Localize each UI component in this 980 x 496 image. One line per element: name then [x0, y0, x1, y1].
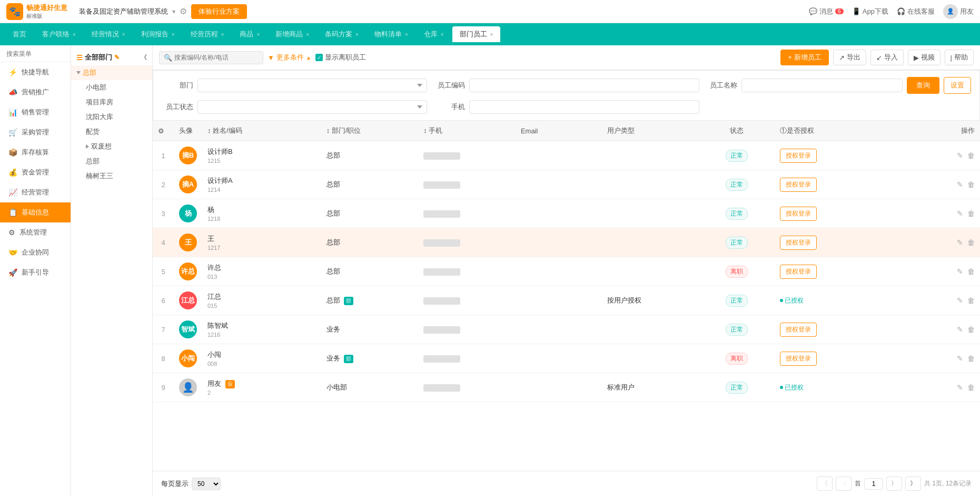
trial-button[interactable]: 体验行业方案 [191, 4, 247, 19]
dept-item-总部[interactable]: 总部 [71, 65, 152, 80]
dept-item-小电部[interactable]: 小电部 [71, 80, 152, 95]
sidebar-item-新手引导[interactable]: 🚀新手引导 [0, 262, 71, 283]
edit-icon[interactable]: ✎ [957, 238, 963, 247]
gear-icon[interactable]: ⚙ [180, 6, 187, 16]
search-button[interactable]: 查询 [907, 77, 939, 94]
edit-icon[interactable]: ✎ [957, 151, 963, 160]
auth-btn[interactable]: 授权登录 [780, 265, 817, 279]
close-tab-icon[interactable]: × [256, 32, 260, 37]
close-tab-icon[interactable]: × [122, 32, 125, 37]
delete-icon[interactable]: 🗑 [967, 180, 975, 189]
nav-tab-商品[interactable]: 商品× [232, 26, 267, 42]
nav-tab-利润报告[interactable]: 利润报告× [134, 26, 182, 42]
nav-tab-物料清单[interactable]: 物料清单× [367, 26, 415, 42]
sidebar-item-快捷导航[interactable]: ⚡快捷导航 [0, 62, 71, 82]
sidebar-search-input[interactable] [6, 50, 71, 57]
close-tab-icon[interactable]: × [306, 32, 309, 37]
nav-tab-仓库[interactable]: 仓库× [417, 26, 451, 42]
auth-btn[interactable]: 授权登录 [780, 207, 817, 221]
delete-icon[interactable]: 🗑 [967, 209, 975, 218]
edit-icon[interactable]: ✎ [957, 267, 963, 276]
edit-icon[interactable]: ✎ [957, 209, 963, 218]
dept-item-项目库房[interactable]: 项目库房 [71, 95, 152, 110]
page-size-select[interactable]: 50 100 [192, 478, 221, 490]
next-page-btn[interactable]: 〉 [886, 476, 902, 491]
sidebar-item-基础信息[interactable]: 📋基础信息 [0, 202, 71, 222]
help-button[interactable]: | 帮助 [945, 50, 974, 65]
prev-page-btn[interactable]: 〈 [836, 476, 852, 491]
search-input[interactable] [174, 54, 259, 61]
sys-dropdown-icon[interactable]: ▾ [172, 8, 175, 15]
dept-item-总部[interactable]: 总部 [71, 154, 152, 169]
export-button[interactable]: ↗ 导出 [833, 50, 866, 65]
delete-icon[interactable]: 🗑 [967, 383, 975, 392]
show-resigned-toggle[interactable]: ✓ 显示离职员工 [315, 53, 366, 62]
sidebar-item-企业协同[interactable]: 🤝企业协同 [0, 242, 71, 262]
delete-icon[interactable]: 🗑 [967, 151, 975, 160]
th-dept[interactable]: ↕ 部门/职位 [321, 121, 419, 141]
dept-item-楠树王三[interactable]: 楠树王三 [71, 169, 152, 183]
user-action[interactable]: 👤 用友 [943, 4, 974, 19]
more-filter-btn[interactable]: ▼ 更多条件 ▲ [268, 53, 311, 62]
delete-icon[interactable]: 🗑 [967, 267, 975, 276]
close-tab-icon[interactable]: × [221, 32, 224, 37]
setting-button[interactable]: 设置 [944, 77, 971, 94]
delete-icon[interactable]: 🗑 [967, 325, 975, 334]
edit-icon[interactable]: ✎ [957, 296, 963, 305]
auth-btn[interactable]: 授权登录 [780, 178, 817, 192]
sidebar-item-营销推广[interactable]: 📣营销推广 [0, 82, 71, 102]
nav-tab-客户联络[interactable]: 客户联络× [35, 26, 83, 42]
edit-icon[interactable]: ✎ [957, 354, 963, 363]
edit-icon[interactable]: ✎ [957, 325, 963, 334]
th-setting[interactable]: ⚙ [153, 121, 174, 141]
close-tab-icon[interactable]: × [172, 32, 175, 37]
sidebar-item-系统管理[interactable]: ⚙系统管理 [0, 222, 71, 242]
edit-icon[interactable]: ✎ [957, 383, 963, 392]
page-input[interactable] [864, 478, 883, 490]
search-wrap[interactable]: 🔍 [159, 51, 263, 64]
close-tab-icon[interactable]: × [405, 32, 408, 37]
online-service-action[interactable]: 🎧 在线客服 [897, 7, 935, 16]
th-name[interactable]: ↕ 姓名/编码 [202, 121, 321, 141]
dept-all-label[interactable]: 全部部门 [85, 53, 112, 62]
view-button[interactable]: ▶ 视频 [908, 50, 941, 65]
sidebar-item-经营管理[interactable]: 📈经营管理 [0, 182, 71, 202]
delete-icon[interactable]: 🗑 [967, 296, 975, 305]
sidebar-item-采购管理[interactable]: 🛒采购管理 [0, 122, 71, 142]
filter-empname-input[interactable] [741, 79, 903, 92]
auth-btn[interactable]: 授权登录 [780, 352, 817, 366]
nav-tab-首页[interactable]: 首页 [5, 26, 34, 42]
dept-item-双废想[interactable]: 双废想 [71, 139, 152, 154]
filter-status-select[interactable] [197, 100, 427, 114]
nav-tab-条码方案[interactable]: 条码方案× [318, 26, 366, 42]
dept-collapse-icon[interactable]: 《 [141, 53, 147, 62]
import-button[interactable]: ↙ 导入 [870, 50, 904, 65]
first-page-btn[interactable]: 《 [817, 476, 833, 491]
auth-btn[interactable]: 授权登录 [780, 323, 817, 337]
app-download-action[interactable]: 📱 App下载 [852, 7, 888, 16]
dept-item-配货[interactable]: 配货 [71, 124, 152, 139]
nav-tab-经营情况[interactable]: 经营情况× [84, 26, 133, 42]
auth-btn[interactable]: 授权登录 [780, 149, 817, 163]
delete-icon[interactable]: 🗑 [967, 238, 975, 247]
add-employee-button[interactable]: + 新增员工 [780, 50, 828, 65]
delete-icon[interactable]: 🗑 [967, 354, 975, 363]
auth-btn[interactable]: 授权登录 [780, 236, 817, 250]
sidebar-search[interactable]: 🔍 [0, 45, 71, 62]
filter-empcode-input[interactable] [469, 79, 699, 92]
nav-tab-部门员工[interactable]: 部门员工× [452, 26, 501, 42]
sidebar-item-资金管理[interactable]: 💰资金管理 [0, 162, 71, 182]
nav-tab-新增商品[interactable]: 新增商品× [268, 26, 316, 42]
last-page-btn[interactable]: 》 [905, 476, 921, 491]
sidebar-item-销售管理[interactable]: 📊销售管理 [0, 102, 71, 122]
filter-dept-select[interactable] [197, 79, 427, 92]
sidebar-item-库存核算[interactable]: 📦库存核算 [0, 142, 71, 162]
th-phone[interactable]: ↕ 手机 [418, 121, 516, 141]
close-tab-icon[interactable]: × [73, 32, 76, 37]
edit-icon[interactable]: ✎ [957, 180, 963, 189]
close-tab-icon[interactable]: × [490, 32, 493, 37]
dept-edit-icon[interactable]: ✎ [114, 54, 120, 61]
nav-tab-经营历程[interactable]: 经营历程× [183, 26, 232, 42]
close-tab-icon[interactable]: × [441, 32, 444, 37]
message-action[interactable]: 💬 消息 6 [809, 7, 844, 16]
